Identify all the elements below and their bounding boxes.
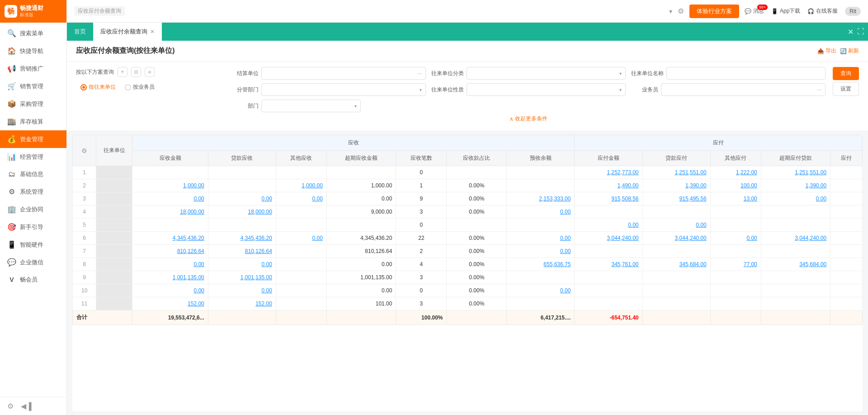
filter-collapse-icon[interactable]: «	[145, 67, 155, 77]
user-button[interactable]: Rit	[845, 7, 861, 16]
th-ap-more: 应付	[830, 151, 863, 166]
filter-field-dept-manage: 分管部门 ▾	[231, 83, 426, 96]
th-overdue-ar: 超期应收金额	[326, 151, 396, 166]
tabbar: 首页 应收应付余额查询 ✕ ✕ ⛶	[67, 23, 868, 41]
settlement-unit-input[interactable]: ···	[261, 67, 426, 80]
table-row: 30.000.000.000.0090.00%2,153,333.00915,5…	[73, 192, 863, 205]
dept-manage-input[interactable]: ▾	[261, 83, 426, 96]
filter-option-by-staff[interactable]: 按业务员	[120, 81, 159, 93]
table-row: 418,000.0018,000.009,000.0030.00%0.00	[73, 205, 863, 219]
table-settings-icon[interactable]: ⚙	[81, 147, 87, 154]
logo-name: 畅捷通财	[20, 5, 43, 12]
table-row: 91,001,135.001,001,135.001,001,135.0030.…	[73, 271, 863, 284]
plan-button[interactable]: 体验行业方案	[689, 5, 739, 18]
collapse-button[interactable]: ∧ 收起更多条件	[509, 115, 547, 123]
sidebar-item-sys-admin[interactable]: ⚙ 系统管理	[0, 183, 66, 200]
collapse-up-icon: ∧	[509, 116, 514, 122]
sidebar-item-member[interactable]: V 畅会员	[0, 271, 66, 288]
salesman-label: 业务员	[631, 86, 658, 94]
topbar-dropdown-icon[interactable]: ▾	[669, 8, 672, 15]
sidebar-item-guide[interactable]: 🎯 新手引导	[0, 218, 66, 236]
unit-nature-input[interactable]: ▾	[467, 83, 626, 96]
table-row: 500.000.00	[73, 219, 863, 232]
purchase-icon: 📦	[7, 100, 16, 108]
tab-maximize-icon[interactable]: ⛶	[857, 28, 864, 36]
wechat-icon: 💬	[7, 258, 16, 267]
msg-button[interactable]: 💬 消息 99+	[745, 7, 764, 15]
filter-add-icon[interactable]: +	[118, 67, 127, 77]
unit-name-input[interactable]	[666, 67, 826, 80]
table-scroll[interactable]: ⚙ 往来单位 应收 应付 应收金额 贷款应收 其他应收 超期应收金额	[72, 135, 863, 411]
sidebar-item-operations[interactable]: 📊 经营管理	[0, 148, 66, 166]
th-loan-ar: 贷款应收	[208, 151, 276, 166]
th-ar-amount: 应收金额	[132, 151, 208, 166]
dept-manage-label: 分管部门	[231, 86, 259, 94]
service-button[interactable]: 🎧 在线客服	[807, 7, 838, 15]
footer-prepay[interactable]: 6,417,215....	[507, 310, 575, 325]
refresh-button[interactable]: 🔄 刷新	[840, 47, 859, 55]
sidebar-item-search-menu[interactable]: 🔍 搜索菜单	[0, 24, 66, 42]
enterprise-icon: 🏢	[7, 205, 16, 214]
filter-row-1: 结算单位 ··· 往来单位分类	[231, 67, 826, 80]
filter-settings-icon[interactable]: ⊙	[131, 67, 141, 77]
salesman-input[interactable]: ···	[661, 83, 826, 96]
th-ar-count: 应收笔数	[396, 151, 447, 166]
sidebar-item-purchase[interactable]: 📦 采购管理	[0, 95, 66, 113]
footer-ap-amount: -654,751.40	[575, 310, 642, 325]
filter-top: 按以下方案查询 + ⊙ «	[76, 67, 224, 77]
export-button[interactable]: 📤 导出	[817, 47, 836, 55]
footer-ar-amount[interactable]: 19,553,472,6...	[132, 310, 208, 325]
query-button[interactable]: 查询	[833, 67, 859, 80]
table-row: 100.000.000.0000.00%0.00	[73, 284, 863, 297]
table-footer-row: 合计 19,553,472,6... 100.00% 6,417,215....…	[73, 310, 863, 325]
collapse-icon[interactable]: ◀▐	[21, 402, 31, 410]
tabbar-right: ✕ ⛶	[848, 28, 868, 36]
th-group-ap: 应付	[575, 135, 863, 151]
right-buttons: 查询 设置	[833, 67, 859, 96]
dept-label: 部门	[231, 102, 259, 110]
guide-icon: 🎯	[7, 223, 16, 231]
main-area: 应收应付余额查询 ▾ ⚙ 体验行业方案 💬 消息 99+ 📱 App下载 🎧 在…	[67, 0, 868, 415]
unit-nature-label: 往来单位性质	[431, 86, 464, 94]
setting-button[interactable]: 设置	[833, 82, 859, 96]
search-menu-icon: 🔍	[7, 29, 16, 38]
th-ar-ratio: 应收款占比	[447, 151, 507, 166]
table-row: 80.000.000.0040.00%655,636.75345,761.003…	[73, 258, 863, 271]
sidebar-item-quick-nav[interactable]: 🏠 快捷导航	[0, 42, 66, 60]
filter-option-by-unit[interactable]: 按往来单位	[76, 81, 120, 93]
logo-sub: 标准版	[20, 12, 43, 18]
footer-ap-more	[830, 310, 863, 325]
filter-field-salesman: 业务员 ···	[631, 83, 826, 96]
app-download-button[interactable]: 📱 App下载	[771, 7, 800, 15]
sidebar-item-inventory[interactable]: 🏬 库存核算	[0, 113, 66, 130]
tab-close-icon[interactable]: ✕	[150, 29, 155, 35]
sidebar-item-finance[interactable]: 💰 资金管理	[0, 130, 66, 148]
filter-area: 按以下方案查询 + ⊙ « 按往来单位 按	[67, 62, 868, 131]
sidebar-item-smart-hw[interactable]: 📱 智能硬件	[0, 236, 66, 253]
topbar-gear-icon[interactable]: ⚙	[678, 7, 684, 15]
service-label: 在线客服	[816, 7, 838, 15]
sidebar-item-label: 资金管理	[20, 135, 43, 143]
table-row: 7810,126.64810,126.64810,126.6420.00%0.0…	[73, 245, 863, 258]
tab-home[interactable]: 首页	[67, 23, 93, 41]
th-group-ar: 应收	[132, 135, 575, 151]
tab-home-label: 首页	[74, 28, 86, 36]
th-settings[interactable]: ⚙	[73, 135, 96, 166]
sidebar-item-label: 企业协同	[20, 205, 43, 214]
footer-overdue-ap	[761, 310, 830, 325]
sidebar-item-marketing[interactable]: 📢 营销推广	[0, 60, 66, 77]
sidebar-item-enterprise[interactable]: 🏢 企业协同	[0, 200, 66, 218]
th-loan-ap: 贷款应付	[642, 151, 710, 166]
sidebar-item-sales[interactable]: 🛒 销售管理	[0, 77, 66, 95]
tab-ar-ap[interactable]: 应收应付余额查询 ✕	[93, 23, 162, 41]
tab-close-window-icon[interactable]: ✕	[848, 28, 854, 36]
dept-input[interactable]: ▾	[261, 100, 361, 112]
page-header: 应收应付余额查询(按往来单位) 📤 导出 🔄 刷新	[67, 41, 868, 62]
sidebar-item-base-info[interactable]: 🗂 基础信息	[0, 166, 66, 183]
unit-category-input[interactable]: ▾	[467, 67, 626, 80]
sidebar-logo: 畅 畅捷通财 标准版	[0, 0, 66, 23]
settings-icon[interactable]: ⚙	[7, 402, 14, 410]
operations-icon: 📊	[7, 153, 16, 161]
table-row: 64,345,436.204,345,436.200.004,345,436.2…	[73, 232, 863, 245]
sidebar-item-wechat[interactable]: 💬 企业微信	[0, 253, 66, 271]
